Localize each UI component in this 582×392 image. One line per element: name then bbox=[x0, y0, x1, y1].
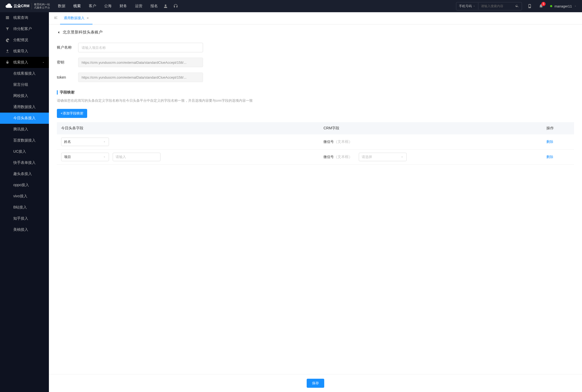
sidebar-sub-qutoutiao[interactable]: 趣头条接入 bbox=[0, 168, 49, 180]
crm-field-label: 微信号 bbox=[323, 140, 334, 144]
search-icon bbox=[515, 4, 519, 8]
sidebar-sub-vivo[interactable]: vivo接入 bbox=[0, 191, 49, 202]
sidebar-sub-general[interactable]: 通用数据接入 bbox=[0, 101, 49, 113]
notifications-button[interactable]: 5 bbox=[539, 3, 543, 9]
nav-ops[interactable]: 运营 bbox=[135, 4, 142, 8]
save-button[interactable]: 保存 bbox=[307, 379, 324, 388]
logo-text: 云朵CRM bbox=[14, 4, 29, 8]
sidebar-sub-tencent[interactable]: 腾讯接入 bbox=[0, 124, 49, 135]
tabs-bar: 通用数据接入 × bbox=[49, 12, 582, 24]
sidebar-sub-meiyou[interactable]: 美柚接入 bbox=[0, 224, 49, 235]
search-button[interactable] bbox=[513, 4, 522, 8]
section-accent-bar bbox=[57, 90, 58, 95]
mapping-table: 今日头条字段 CRM字段 操作 姓名 微 bbox=[57, 122, 574, 165]
svg-point-0 bbox=[165, 5, 166, 6]
secret-label: 密钥 bbox=[57, 60, 78, 65]
mapping-title: 字段映射 bbox=[60, 90, 75, 95]
account-label: 账户名称 bbox=[57, 45, 78, 50]
nav-finance[interactable]: 财务 bbox=[120, 4, 127, 8]
sidebar-item-unassigned[interactable]: 待分配客户 bbox=[0, 23, 49, 35]
sidebar-item-import[interactable]: 线索导入 bbox=[0, 46, 49, 57]
user-menu[interactable]: manager11 bbox=[550, 4, 577, 8]
sidebar-sub-school[interactable]: 网校接入 bbox=[0, 90, 49, 101]
add-mapping-button[interactable]: +添加字段映射 bbox=[57, 109, 87, 118]
sidebar-item-access[interactable]: 线索接入 bbox=[0, 57, 49, 68]
sidebar: 线索查询 待分配客户 分配情况 线索导入 线索接入 在线客服接入 留言分组 网校… bbox=[0, 12, 49, 392]
logo[interactable]: 云朵CRM 教育机构一站 式服务云平台 bbox=[5, 3, 50, 10]
sidebar-sub-toutiao[interactable]: 今日头条接入 bbox=[0, 113, 49, 124]
col-action: 操作 bbox=[542, 122, 574, 134]
cloud-icon bbox=[5, 3, 12, 10]
tab-close-icon[interactable]: × bbox=[87, 16, 89, 20]
sidebar-sub-message[interactable]: 留言分组 bbox=[0, 79, 49, 90]
upload-icon bbox=[5, 49, 10, 53]
main-content: 通用数据接入 × 北京昱新科技头条账户 账户名称 密钥 token bbox=[49, 12, 582, 392]
mobile-icon[interactable] bbox=[527, 4, 532, 8]
caret-down-icon bbox=[574, 5, 577, 7]
token-label: token bbox=[57, 75, 78, 79]
username: manager11 bbox=[554, 4, 572, 8]
sidebar-sub-bilibili[interactable]: B站接入 bbox=[0, 202, 49, 213]
tab-general-data[interactable]: 通用数据接入 × bbox=[60, 12, 92, 24]
secret-input[interactable] bbox=[78, 58, 203, 67]
breadcrumb-text: 北京昱新科技头条账户 bbox=[63, 30, 103, 35]
mapping-desc: 请确保您在此填写的头条自定义字段名称与在今日头条平台中自定义的字段名称一致，并且… bbox=[57, 98, 574, 104]
nav-public[interactable]: 公海 bbox=[104, 4, 112, 8]
sidebar-sub-oppo[interactable]: oppo接入 bbox=[0, 180, 49, 191]
chevron-up-icon bbox=[42, 61, 45, 64]
chevron-down-icon bbox=[103, 140, 106, 143]
chevron-down-icon bbox=[473, 5, 475, 7]
status-dot bbox=[550, 5, 552, 7]
account-name-input[interactable] bbox=[78, 43, 203, 52]
toutiao-extra-input[interactable] bbox=[113, 153, 161, 161]
col-crm: CRM字段 bbox=[319, 122, 542, 134]
col-toutiao: 今日头条字段 bbox=[57, 122, 319, 134]
nav-signup[interactable]: 报名 bbox=[150, 4, 158, 8]
user-icon[interactable] bbox=[163, 4, 168, 8]
sidebar-item-assignment[interactable]: 分配情况 bbox=[0, 35, 49, 46]
footer-bar: 保存 bbox=[49, 374, 582, 392]
plug-icon bbox=[5, 60, 10, 65]
menu-fold-icon bbox=[54, 16, 58, 20]
chevron-down-icon bbox=[103, 155, 106, 159]
notification-badge: 5 bbox=[541, 2, 546, 6]
top-header: 云朵CRM 教育机构一站 式服务云平台 数据 线索 客户 公海 财务 运营 报名… bbox=[0, 0, 582, 12]
sidebar-sub-baidu[interactable]: 百度数据接入 bbox=[0, 135, 49, 146]
search-input[interactable] bbox=[478, 3, 513, 10]
crm-field-label: 微信号 bbox=[323, 155, 334, 159]
headset-icon[interactable] bbox=[173, 4, 178, 8]
search-field-select[interactable]: 手机号码 bbox=[456, 2, 478, 10]
table-icon bbox=[5, 16, 10, 20]
nav-clue[interactable]: 线索 bbox=[73, 4, 81, 8]
sidebar-item-clue-search[interactable]: 线索查询 bbox=[0, 12, 49, 23]
toutiao-field-select[interactable]: 项目 bbox=[61, 153, 109, 161]
main-nav: 数据 线索 客户 公海 财务 运营 报名 bbox=[58, 4, 158, 8]
search-box: 手机号码 bbox=[456, 2, 522, 10]
chevron-left-icon bbox=[57, 31, 61, 34]
chevron-down-icon bbox=[400, 155, 404, 159]
delete-row-link[interactable]: 删除 bbox=[546, 155, 553, 159]
delete-row-link[interactable]: 删除 bbox=[546, 140, 553, 144]
token-input[interactable] bbox=[78, 73, 203, 82]
table-row: 项目 微信号（文本框） 请选择 删除 bbox=[57, 149, 574, 165]
sidebar-sub-uc[interactable]: UC接入 bbox=[0, 146, 49, 157]
crm-field-select[interactable]: 请选择 bbox=[359, 153, 407, 161]
collapse-sidebar-button[interactable] bbox=[52, 14, 60, 23]
sidebar-sub-kuaishou[interactable]: 快手表单接入 bbox=[0, 157, 49, 168]
nav-customer[interactable]: 客户 bbox=[89, 4, 96, 8]
table-row: 姓名 微信号（文本框） 删除 bbox=[57, 134, 574, 150]
sidebar-sub-zhihu[interactable]: 知乎接入 bbox=[0, 213, 49, 224]
nav-data[interactable]: 数据 bbox=[58, 4, 65, 8]
breadcrumb-back[interactable]: 北京昱新科技头条账户 bbox=[57, 30, 574, 35]
sidebar-sub-online[interactable]: 在线客服接入 bbox=[0, 68, 49, 79]
pie-icon bbox=[5, 38, 10, 42]
toutiao-field-select[interactable]: 姓名 bbox=[61, 138, 109, 146]
divider bbox=[32, 3, 32, 9]
filter-icon bbox=[5, 27, 10, 31]
